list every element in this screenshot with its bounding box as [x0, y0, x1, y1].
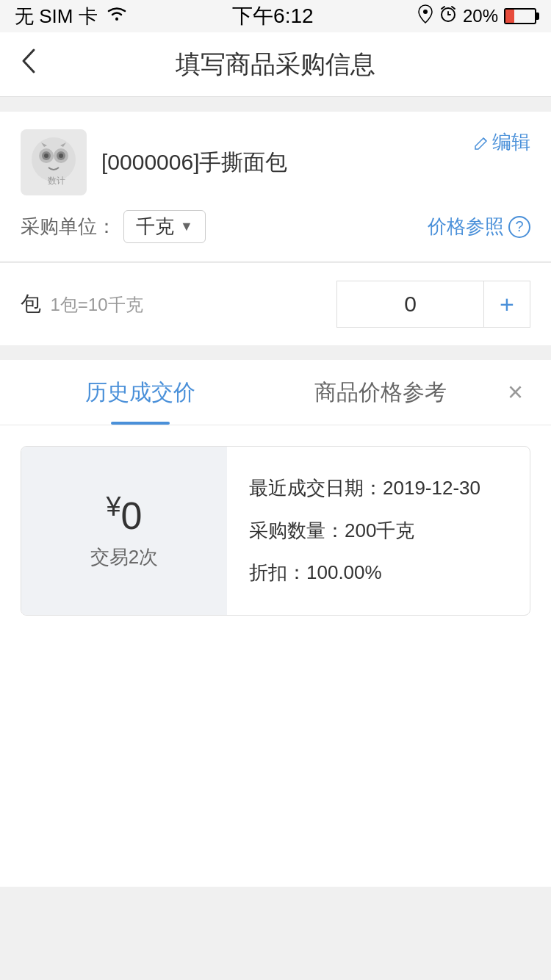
svg-point-3 — [32, 137, 76, 181]
product-unit-row: 采购单位： 千克 ▼ 价格参照 ? — [21, 210, 530, 243]
package-label: 包 — [21, 292, 41, 315]
location-icon — [417, 4, 433, 28]
quantity-label-group: 包 1包=10千克 — [21, 290, 143, 318]
product-logo: 数计 — [28, 134, 79, 191]
battery-text: 20% — [463, 6, 498, 26]
history-price-left: ¥0 交易2次 — [21, 447, 227, 615]
svg-point-9 — [59, 154, 63, 158]
quantity-plus-button[interactable]: + — [483, 281, 530, 328]
nav-bar: 填写商品采购信息 — [0, 32, 551, 97]
status-time: 下午6:12 — [232, 2, 314, 30]
status-left: 无 SIM 卡 — [15, 4, 129, 29]
price-reference-button[interactable]: 价格参照 ? — [428, 214, 530, 239]
tabs-header: 历史成交价 商品价格参考 × — [0, 360, 551, 425]
price-ref-icon: ? — [508, 216, 530, 238]
svg-point-0 — [115, 18, 118, 21]
price-symbol: ¥ — [107, 491, 121, 522]
unit-selector-group: 采购单位： 千克 ▼ — [21, 210, 206, 243]
package-equality: 1包=10千克 — [50, 295, 143, 314]
svg-point-8 — [44, 154, 48, 158]
product-thumbnail: 数计 — [21, 129, 87, 195]
status-right: 20% — [417, 4, 536, 28]
history-transactions: 交易2次 — [90, 544, 158, 570]
tabs-section: 历史成交价 商品价格参考 × ¥0 交易2次 最近成交日期：2019-12-30… — [0, 360, 551, 887]
tab-history-price[interactable]: 历史成交价 — [21, 360, 260, 425]
unit-select[interactable]: 千克 ▼ — [123, 210, 206, 243]
product-header: 数计 [0000006]手撕面包 编辑 — [21, 129, 530, 195]
quantity-input[interactable] — [336, 281, 483, 328]
quantity-section: 包 1包=10千克 + — [0, 262, 551, 345]
main-content: ¥0 交易2次 最近成交日期：2019-12-30 采购数量：200千克 折扣：… — [0, 446, 551, 887]
status-bar: 无 SIM 卡 下午6:12 20% — [0, 0, 551, 32]
product-left: 数计 [0000006]手撕面包 — [21, 129, 287, 195]
product-name: [0000006]手撕面包 — [101, 147, 287, 178]
tabs-close-button[interactable]: × — [500, 377, 530, 408]
history-details-right: 最近成交日期：2019-12-30 采购数量：200千克 折扣：100.00% — [227, 447, 530, 615]
unit-label: 采购单位： — [21, 214, 116, 239]
product-section: 数计 [0000006]手撕面包 编辑 采购单位： 千克 ▼ 价格参照 ? — [0, 112, 551, 261]
carrier-text: 无 SIM 卡 — [15, 4, 98, 29]
history-quantity-row: 采购数量：200千克 — [249, 516, 508, 547]
history-date-row: 最近成交日期：2019-12-30 — [249, 473, 508, 504]
history-discount-row: 折扣：100.00% — [249, 558, 508, 588]
svg-point-1 — [423, 10, 428, 14]
edit-button[interactable]: 编辑 — [473, 129, 530, 155]
page-title: 填写商品采购信息 — [176, 48, 375, 82]
history-price-value: ¥0 — [107, 491, 143, 538]
quantity-controls: + — [336, 281, 530, 328]
history-card: ¥0 交易2次 最近成交日期：2019-12-30 采购数量：200千克 折扣：… — [21, 446, 530, 616]
battery-icon — [504, 8, 536, 24]
wifi-icon — [105, 5, 129, 28]
back-button[interactable] — [21, 47, 37, 82]
tab-active-indicator — [111, 422, 170, 425]
svg-text:数计: 数计 — [48, 176, 65, 185]
alarm-icon — [439, 4, 457, 28]
tab-product-price-reference[interactable]: 商品价格参考 — [260, 360, 500, 425]
unit-select-arrow: ▼ — [180, 219, 193, 234]
